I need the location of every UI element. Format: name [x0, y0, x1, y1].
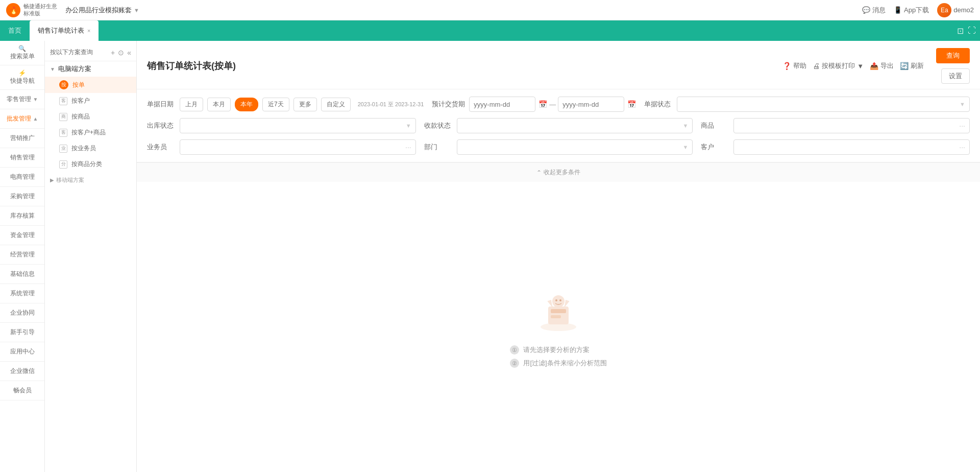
sidebar-item-members[interactable]: 畅会员 — [0, 381, 44, 400]
sidebar-item-inventory[interactable]: 库存核算 — [0, 206, 44, 226]
receipt-status-select[interactable]: ▼ — [457, 118, 693, 133]
sidebar-item-marketing[interactable]: 营销推广 — [0, 129, 44, 148]
scheme-item-by-goods[interactable]: 商 按商品 — [45, 109, 136, 125]
logo-text: 畅捷通好生意 标准版 — [23, 3, 57, 16]
print-icon: 🖨 — [813, 62, 820, 70]
page-header: 销售订单统计表(按单) ❓ 帮助 🖨 按模板打印 ▼ 📤 — [137, 41, 980, 89]
date-this-year-button[interactable]: 本年 — [235, 98, 258, 111]
customer-dots-icon[interactable]: ··· — [959, 143, 965, 151]
tab-controls: ⊡ ⛶ — [957, 26, 980, 36]
breadcrumb-arrow[interactable]: ▼ — [134, 7, 139, 13]
scheme-item-by-customer-goods[interactable]: 客 按客户+商品 — [45, 125, 136, 140]
forecast-cal-end-icon: 📅 — [627, 100, 636, 108]
out-status-select[interactable]: ▼ — [180, 118, 416, 133]
scheme-mobile-section[interactable]: ▶ 移动端方案 — [45, 172, 136, 186]
page-title: 销售订单统计表(按单) — [147, 60, 782, 72]
tab-sales-order[interactable]: 销售订单统计表 × — [30, 20, 99, 41]
scheme-pc-section[interactable]: ▼ 电脑端方案 — [45, 61, 136, 77]
tab-maximize-button[interactable]: ⛶ — [968, 26, 976, 35]
sidebar-item-wechat[interactable]: 企业微信 — [0, 362, 44, 381]
sidebar-item-enterprise[interactable]: 企业协同 — [0, 303, 44, 323]
forecast-date-inputs: 📅 — 📅 — [469, 97, 636, 112]
scheme-panel: 按以下方案查询 + ⊙ « ▼ 电脑端方案 按 按单 客 按客户 — [45, 41, 137, 472]
customer-label: 客户 — [701, 143, 729, 152]
print-button[interactable]: 🖨 按模板打印 ▼ — [813, 61, 864, 70]
dept-select[interactable]: ▼ — [457, 139, 693, 155]
sidebar-item-basicinfo[interactable]: 基础信息 — [0, 265, 44, 284]
settings-button[interactable]: 设置 — [941, 68, 970, 84]
scheme-item-by-category[interactable]: 分 按商品分类 — [45, 156, 136, 172]
scheme-customer-icon: 客 — [59, 97, 67, 105]
sidebar-item-purchase[interactable]: 采购管理 — [0, 187, 44, 206]
scheme-add-button[interactable]: + — [111, 49, 115, 57]
page-breadcrumb: 办公用品行业模拟账套 ▼ — [65, 6, 862, 15]
tab-close-button[interactable]: × — [87, 28, 90, 34]
app-logo[interactable]: 🔥 畅捷通好生意 标准版 — [6, 3, 57, 17]
scheme-item-by-customer[interactable]: 客 按客户 — [45, 93, 136, 109]
page-content: 按以下方案查询 + ⊙ « ▼ 电脑端方案 按 按单 客 按客户 — [45, 41, 980, 472]
date-custom-button[interactable]: 自定义 — [321, 98, 351, 111]
sales-rep-field: 业务员 ··· — [147, 139, 416, 155]
goods-dots-icon[interactable]: ··· — [959, 122, 965, 130]
sidebar-item-wholesale[interactable]: 批发管理 ▲ — [0, 109, 44, 129]
date-prev-month-button[interactable]: 上月 — [180, 98, 203, 111]
forecast-cal-start-icon: 📅 — [538, 100, 547, 108]
svg-point-4 — [552, 295, 565, 308]
export-button[interactable]: 📤 导出 — [870, 61, 894, 70]
doc-status-field: 单据状态 ▼ — [644, 97, 970, 112]
date-more-button[interactable]: 更多 — [293, 98, 317, 111]
tab-home[interactable]: 首页 — [0, 20, 30, 41]
sales-rep-select[interactable]: ··· — [180, 139, 416, 155]
top-bar-right: 💬 消息 📱 App下载 Ea demo2 — [862, 3, 974, 17]
sales-rep-dots-icon[interactable]: ··· — [405, 143, 411, 151]
empty-hint-1: ① 请先选择要分析的方案 — [510, 345, 606, 355]
doc-status-select[interactable]: ▼ — [677, 97, 970, 112]
dept-field: 部门 ▼ — [424, 139, 693, 155]
sidebar-item-sales[interactable]: 销售管理 — [0, 148, 44, 168]
scheme-item-active[interactable]: 按 按单 — [45, 77, 136, 93]
message-icon: 💬 — [862, 6, 870, 14]
date-range-text: 2023-01-01 至 2023-12-31 — [358, 101, 424, 108]
date-7days-button[interactable]: 近7天 — [262, 98, 289, 111]
scheme-collapse-button[interactable]: « — [127, 49, 131, 57]
sidebar-item-appcenter[interactable]: 应用中心 — [0, 342, 44, 362]
svg-point-5 — [555, 299, 557, 301]
collapse-icon: ⌃ — [536, 169, 542, 176]
query-button[interactable]: 查询 — [936, 48, 970, 63]
hint-num-1: ① — [510, 345, 519, 355]
svg-point-6 — [559, 299, 561, 301]
forecast-date-start[interactable] — [469, 97, 535, 112]
sidebar-item-ecommerce[interactable]: 电商管理 — [0, 168, 44, 187]
svg-rect-3 — [551, 315, 561, 318]
download-icon: 📱 — [894, 6, 902, 14]
sidebar-item-retail[interactable]: 零售管理 ▼ — [0, 90, 44, 109]
help-button[interactable]: ❓ 帮助 — [782, 61, 806, 70]
sidebar-item-newuser[interactable]: 新手引导 — [0, 323, 44, 342]
dept-label: 部门 — [424, 143, 453, 152]
collapse-bar[interactable]: ⌃ 收起更多条件 — [137, 162, 980, 182]
help-icon: ❓ — [782, 62, 791, 70]
app-download-button[interactable]: 📱 App下载 — [894, 6, 929, 15]
customer-select[interactable]: ··· — [733, 139, 970, 155]
scheme-item-by-sales[interactable]: 业 按业务员 — [45, 140, 136, 156]
sidebar-item-search[interactable]: 🔍 搜索菜单 — [0, 41, 44, 65]
top-bar: 🔥 畅捷通好生意 标准版 办公用品行业模拟账套 ▼ 💬 消息 📱 App下载 E… — [0, 0, 980, 20]
user-avatar: Ea — [937, 3, 951, 17]
sidebar-item-system[interactable]: 系统管理 — [0, 284, 44, 303]
scheme-goods-icon: 商 — [59, 113, 67, 121]
empty-hint-2: ② 用[过滤]条件来缩小分析范围 — [510, 359, 606, 368]
sidebar-item-quicknav[interactable]: ⚡ 快捷导航 — [0, 65, 44, 90]
sidebar-item-management[interactable]: 经营管理 — [0, 245, 44, 265]
scheme-edit-button[interactable]: ⊙ — [118, 49, 124, 57]
filter-row-2: 出库状态 ▼ 收款状态 ▼ — [147, 118, 970, 133]
goods-field: 商品 ··· — [701, 118, 970, 133]
user-menu[interactable]: Ea demo2 — [937, 3, 974, 17]
sidebar-item-finance[interactable]: 资金管理 — [0, 226, 44, 245]
refresh-button[interactable]: 🔄 刷新 — [900, 61, 924, 70]
tab-minimize-button[interactable]: ⊡ — [957, 26, 964, 36]
page-actions: ❓ 帮助 🖨 按模板打印 ▼ 📤 导出 🔄 — [782, 48, 970, 84]
goods-select[interactable]: ··· — [733, 118, 970, 133]
message-button[interactable]: 💬 消息 — [862, 6, 886, 15]
forecast-date-end[interactable] — [558, 97, 624, 112]
date-this-month-button[interactable]: 本月 — [207, 98, 231, 111]
